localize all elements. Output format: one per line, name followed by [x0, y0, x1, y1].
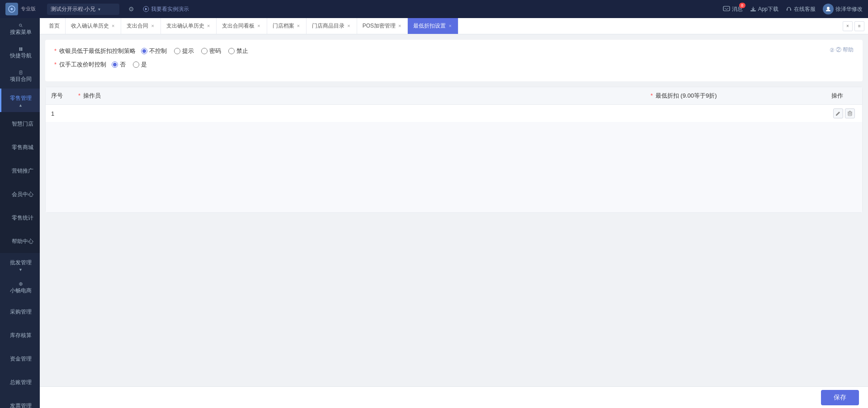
sidebar-label: 总账管理 [10, 379, 32, 386]
discount-control-radio-group: 不控制 提示 密码 禁止 [141, 47, 248, 55]
sidebar-label: 批发管理 [10, 259, 32, 267]
svg-rect-6 [790, 9, 791, 11]
sidebar-label: 库存核算 [10, 332, 32, 339]
tab-home[interactable]: 首页 [43, 18, 66, 34]
message-button[interactable]: 消息 8 [723, 5, 743, 13]
contract-icon [17, 70, 24, 75]
help-link[interactable]: ② ② 帮助 [830, 46, 854, 54]
svg-line-9 [21, 26, 22, 27]
cell-operator [73, 105, 645, 122]
sidebar-label: 项目合同 [10, 75, 32, 83]
th-min-discount: * 最低折扣 (9.00等于9折) [645, 87, 826, 105]
close-tab-pos-password[interactable]: × [397, 23, 402, 29]
radio-forbid[interactable]: 禁止 [228, 47, 248, 55]
radio-no-control[interactable]: 不控制 [141, 47, 167, 55]
th-seq: 序号 [46, 87, 73, 105]
app-download-button[interactable]: App下载 [750, 5, 778, 13]
svg-point-8 [19, 24, 21, 26]
tab-menu-button[interactable]: ≡ [854, 21, 864, 31]
close-tab-payment-history[interactable]: × [206, 23, 211, 29]
sidebar-label: 小畅电商 [10, 287, 32, 295]
close-tab-income-history[interactable]: × [111, 23, 115, 29]
sidebar-item-marketing[interactable]: 营销推广 [0, 159, 40, 183]
sidebar-label: 营销推广 [12, 167, 33, 175]
tab-store-products[interactable]: 门店商品目录 × [307, 18, 357, 34]
sidebar-label: 零售商城 [12, 144, 33, 151]
sidebar-item-help[interactable]: 帮助中心 [0, 230, 40, 253]
close-tab-store-products[interactable]: × [346, 23, 351, 29]
close-all-tabs-button[interactable]: × [843, 21, 853, 31]
svg-marker-2 [145, 8, 147, 10]
delete-icon [847, 111, 853, 116]
svg-rect-13 [21, 49, 22, 51]
close-tab-payment-contract[interactable]: × [150, 23, 155, 29]
sidebar-item-purchase[interactable]: 采购管理 [0, 300, 40, 324]
sidebar-label: 发票管理 [10, 402, 32, 408]
close-tab-min-discount[interactable]: × [448, 23, 452, 29]
table-row: 1 [46, 105, 862, 122]
radio-yes[interactable]: 是 [133, 61, 147, 69]
sidebar-item-retail-stats[interactable]: 零售统计 [0, 206, 40, 230]
expand-arrow: ▼ [19, 267, 23, 272]
discount-control-row: * 收银员低于最低折扣控制策略 不控制 提示 [54, 47, 854, 55]
sidebar-item-retail-mall[interactable]: 零售商城 [0, 136, 40, 159]
discount-table: 序号 * 操作员 * 最低折扣 (9.00等于9折) 操作 [46, 87, 862, 122]
tab-payment-board[interactable]: 支出合同看板 × [217, 18, 267, 34]
sidebar-item-finance[interactable]: 资金管理 [0, 347, 40, 370]
discount-control-label: * 收银员低于最低折扣控制策略 [54, 47, 136, 55]
user-profile-button[interactable]: 徐泽华修改 [823, 4, 863, 14]
sidebar-item-shortcut[interactable]: 快捷导航 [0, 42, 40, 65]
th-operator: * 操作员 [73, 87, 645, 105]
message-icon [723, 5, 730, 13]
sidebar-item-ledger[interactable]: 总账管理 [0, 370, 40, 394]
app-logo [5, 3, 18, 15]
tab-payment-history[interactable]: 支出确认单历史 × [161, 18, 217, 34]
edit-icon [835, 111, 841, 116]
tab-income-history[interactable]: 收入确认单历史 × [66, 18, 121, 34]
svg-rect-5 [787, 9, 788, 11]
online-service-button[interactable]: 在线客服 [786, 5, 816, 13]
play-icon [143, 6, 149, 12]
sidebar-item-wholesale[interactable]: 批发管理 ▼ [0, 253, 40, 277]
logo-area: 专业版 [5, 3, 42, 15]
sidebar-item-member[interactable]: 会员中心 [0, 183, 40, 206]
message-badge: 8 [739, 3, 745, 8]
sidebar-item-inventory[interactable]: 库存核算 [0, 324, 40, 347]
radio-password[interactable]: 密码 [201, 47, 221, 55]
download-icon [750, 6, 756, 12]
sidebar-label: 资金管理 [10, 355, 32, 363]
page-content: ② ② 帮助 * 收银员低于最低折扣控制策略 不控制 [40, 34, 868, 386]
sidebar-label: 快捷导航 [10, 52, 32, 60]
settings-button[interactable]: ⚙ [125, 3, 137, 15]
radio-no[interactable]: 否 [112, 61, 126, 69]
save-button[interactable]: 保存 [821, 390, 859, 405]
radio-remind[interactable]: 提示 [174, 47, 194, 55]
delete-row-button[interactable] [845, 108, 855, 118]
tab-payment-contract[interactable]: 支出合同 × [121, 18, 160, 34]
tab-bar-actions: × ≡ [843, 21, 864, 31]
close-tab-payment-board[interactable]: × [256, 23, 261, 29]
manual-price-radio-group: 否 是 [112, 61, 147, 69]
close-tab-store-archive[interactable]: × [296, 23, 301, 29]
project-selector[interactable]: 测试分开示程·小兄 ▾ [47, 4, 119, 15]
sidebar-item-retail[interactable]: 零售管理 ▲ [0, 89, 40, 112]
sidebar: 搜索菜单 快捷导航 项目合同 [0, 18, 40, 408]
sidebar-label: 采购管理 [10, 308, 32, 316]
logo-label: 专业版 [21, 6, 36, 12]
demo-link[interactable]: 我要看实例演示 [143, 5, 189, 13]
project-dropdown-arrow: ▾ [98, 7, 100, 12]
sidebar-label: 搜索菜单 [10, 28, 32, 36]
sidebar-label: 帮助中心 [12, 238, 33, 245]
sidebar-item-ecommerce[interactable]: 小畅电商 [0, 277, 40, 300]
sidebar-item-invoice[interactable]: 发票管理 [0, 394, 40, 408]
sidebar-item-project[interactable]: 项目合同 [0, 65, 40, 89]
sidebar-item-search[interactable]: 搜索菜单 [0, 18, 40, 42]
tab-min-discount[interactable]: 最低折扣设置 × [408, 18, 458, 34]
tab-store-archive[interactable]: 门店档案 × [267, 18, 307, 34]
form-panel: ② ② 帮助 * 收银员低于最低折扣控制策略 不控制 [45, 40, 863, 81]
bottom-bar: 保存 [40, 386, 868, 408]
edit-row-button[interactable] [833, 108, 843, 118]
sidebar-item-smart-store[interactable]: 智慧门店 [0, 112, 40, 136]
tab-pos-password[interactable]: POS加密管理 × [357, 18, 408, 34]
cell-seq: 1 [46, 105, 73, 122]
